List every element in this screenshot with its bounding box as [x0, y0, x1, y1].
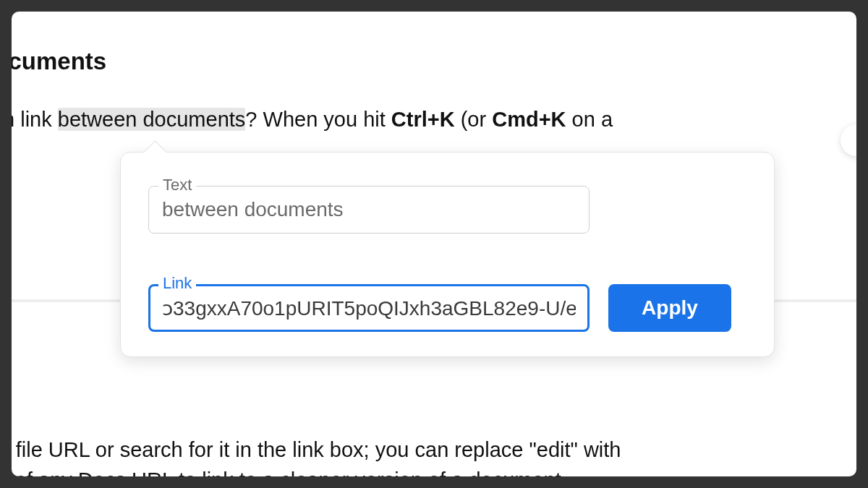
keyboard-shortcut: Cmd+K: [492, 108, 566, 131]
keyboard-shortcut: Ctrl+K: [391, 108, 455, 131]
text-fragment: ? When you hit: [245, 108, 391, 131]
link-text-input[interactable]: [148, 186, 590, 234]
text-fragment: v you can link: [12, 108, 58, 131]
link-text-field: Text: [148, 186, 590, 234]
paragraph-line-2: ste in the file URL or search for it in …: [12, 435, 621, 465]
screenshot-frame: own documents v you can link between doc…: [12, 12, 856, 476]
text-fragment: on a: [566, 108, 613, 131]
insert-link-popover: Text Link Apply: [120, 152, 775, 357]
link-url-field: Link: [148, 284, 590, 332]
paragraph-line-3: the end of any Docs URL to link to a cle…: [12, 465, 561, 476]
selected-text[interactable]: between documents: [58, 108, 246, 131]
section-heading: own documents: [12, 44, 106, 79]
paragraph-line-1: v you can link between documents? When y…: [12, 104, 613, 134]
apply-button[interactable]: Apply: [608, 284, 731, 332]
text-field-label: Text: [158, 176, 196, 194]
text-fragment: (or: [455, 108, 493, 131]
link-field-label: Link: [158, 274, 196, 293]
link-url-input[interactable]: [148, 284, 590, 332]
